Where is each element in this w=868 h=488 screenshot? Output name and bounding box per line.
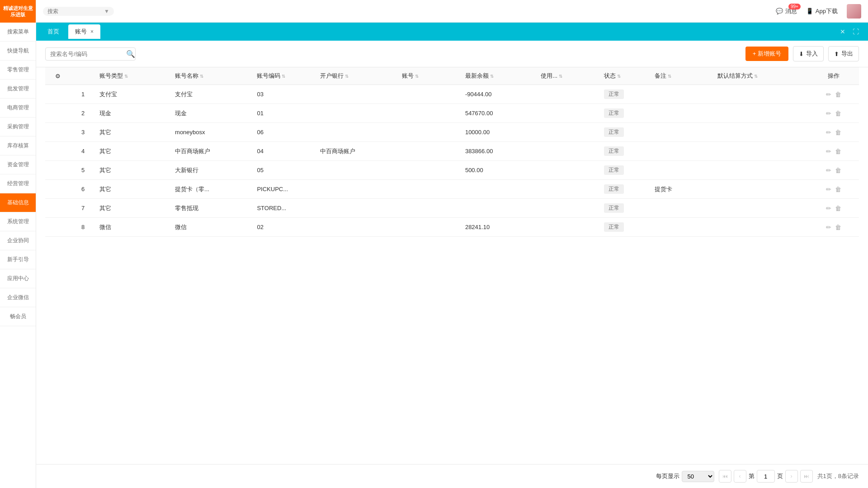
export-button[interactable]: ⬆ 导出: [828, 46, 859, 61]
message-button[interactable]: 💬 消息 99+: [776, 7, 797, 15]
delete-button[interactable]: 🗑: [835, 224, 841, 231]
edit-button[interactable]: ✏: [826, 167, 831, 174]
col-header-balance[interactable]: 最新余额⇅: [462, 67, 537, 85]
prev-page-button[interactable]: ‹: [734, 470, 746, 483]
header-search[interactable]: ▼: [43, 7, 114, 16]
col-header-status[interactable]: 状态⇅: [600, 67, 651, 85]
sidebar-item-inventory[interactable]: 库存核算: [0, 136, 36, 155]
sidebar-item-member[interactable]: 畅会员: [0, 307, 36, 326]
delete-button[interactable]: 🗑: [835, 186, 841, 193]
sidebar-item-ecommerce[interactable]: 电商管理: [0, 99, 36, 117]
row-account: [398, 104, 462, 123]
col-header-bank[interactable]: 开户银行⇅: [316, 67, 398, 85]
col-header-account[interactable]: 账号⇅: [398, 67, 462, 85]
search-icon[interactable]: 🔍: [126, 50, 135, 58]
sidebar-item-wholesale[interactable]: 批发管理: [0, 80, 36, 99]
edit-button[interactable]: ✏: [826, 224, 831, 231]
col-header-remark[interactable]: 备注⇅: [651, 67, 714, 85]
edit-button[interactable]: ✏: [826, 205, 831, 212]
delete-button[interactable]: 🗑: [835, 129, 841, 136]
sidebar-item-search-menu[interactable]: 搜索菜单: [0, 23, 36, 42]
row-bank: 中百商场账户: [316, 142, 398, 161]
maximize-window-icon[interactable]: ⛶: [850, 26, 861, 37]
tab-home[interactable]: 首页: [41, 24, 66, 39]
row-settings[interactable]: [45, 85, 71, 104]
edit-button[interactable]: ✏: [826, 129, 831, 136]
table-row: 6 其它 提货卡（零... PICKUPC... 正常 提货卡 ✏ 🗑: [45, 180, 859, 199]
page-size-selector[interactable]: 每页显示 50 100 200: [656, 471, 714, 482]
sidebar-item-system[interactable]: 系统管理: [0, 212, 36, 231]
per-page-label: 每页显示: [656, 472, 679, 480]
row-type: 其它: [96, 180, 171, 199]
row-action: ✏ 🗑: [808, 142, 859, 161]
sidebar-item-guide[interactable]: 新手引导: [0, 250, 36, 269]
row-settings[interactable]: [45, 180, 71, 199]
row-index: 7: [71, 199, 96, 218]
row-payment: [714, 104, 808, 123]
header-search-input[interactable]: [47, 8, 102, 14]
row-settings[interactable]: [45, 218, 71, 237]
user-avatar[interactable]: [847, 4, 861, 19]
col-header-payment[interactable]: 默认结算方式⇅: [714, 67, 808, 85]
row-payment: [714, 142, 808, 161]
page-number-input[interactable]: [757, 470, 775, 483]
row-payment: [714, 85, 808, 104]
import-button[interactable]: ⬇ 导入: [793, 46, 824, 61]
row-bank: [316, 104, 398, 123]
delete-button[interactable]: 🗑: [835, 167, 841, 174]
main-content: ▼ 💬 消息 99+ 📱 App下载 首页账号× ✕ ⛶: [36, 0, 868, 488]
delete-button[interactable]: 🗑: [835, 110, 841, 117]
last-page-button[interactable]: ⏭: [800, 470, 813, 483]
sidebar-item-finance[interactable]: 资金管理: [0, 155, 36, 174]
new-account-button[interactable]: + 新增账号: [745, 47, 788, 61]
next-page-button[interactable]: ›: [785, 470, 798, 483]
row-index: 2: [71, 104, 96, 123]
sidebar-item-operations[interactable]: 经营管理: [0, 174, 36, 193]
tab-close-accounts[interactable]: ×: [90, 28, 94, 35]
row-type: 其它: [96, 142, 171, 161]
sidebar-item-quick-nav[interactable]: 快捷导航: [0, 42, 36, 61]
row-balance: [462, 180, 537, 199]
col-header-type[interactable]: 账号类型⇅: [96, 67, 171, 85]
row-settings[interactable]: [45, 123, 71, 142]
edit-button[interactable]: ✏: [826, 148, 831, 155]
row-settings[interactable]: [45, 161, 71, 180]
row-settings[interactable]: [45, 104, 71, 123]
delete-button[interactable]: 🗑: [835, 91, 841, 98]
edit-button[interactable]: ✏: [826, 110, 831, 117]
sidebar-item-wechat[interactable]: 企业微信: [0, 288, 36, 307]
col-header-name[interactable]: 账号名称⇅: [171, 67, 253, 85]
sidebar-item-app-center[interactable]: 应用中心: [0, 269, 36, 288]
sidebar-item-basic-info[interactable]: 基础信息: [0, 193, 36, 212]
tab-accounts[interactable]: 账号×: [68, 24, 100, 39]
col-header-usage[interactable]: 使用...⇅: [537, 67, 600, 85]
row-status: 正常: [600, 180, 651, 199]
sidebar-item-enterprise[interactable]: 企业协同: [0, 231, 36, 250]
delete-button[interactable]: 🗑: [835, 148, 841, 155]
sidebar-item-retail[interactable]: 零售管理: [0, 61, 36, 80]
close-window-icon[interactable]: ✕: [837, 26, 848, 37]
row-code: 05: [253, 161, 316, 180]
row-account: [398, 85, 462, 104]
table-row: 4 其它 中百商场账户 04 中百商场账户 383866.00 正常 ✏ 🗑: [45, 142, 859, 161]
first-page-button[interactable]: ⏮: [719, 470, 731, 483]
app-download-label: App下载: [816, 7, 838, 15]
col-header-code[interactable]: 账号编码⇅: [253, 67, 316, 85]
row-settings[interactable]: [45, 142, 71, 161]
row-settings[interactable]: [45, 199, 71, 218]
edit-button[interactable]: ✏: [826, 186, 831, 193]
row-balance: -90444.00: [462, 85, 537, 104]
row-action: ✏ 🗑: [808, 123, 859, 142]
row-name: 大新银行: [171, 161, 253, 180]
row-balance: 383866.00: [462, 142, 537, 161]
edit-button[interactable]: ✏: [826, 91, 831, 98]
table-search-box[interactable]: 🔍: [45, 47, 136, 61]
delete-button[interactable]: 🗑: [835, 205, 841, 212]
table-search-input[interactable]: [50, 51, 123, 57]
app-download-button[interactable]: 📱 App下载: [806, 7, 838, 15]
col-header-settings[interactable]: ⚙: [45, 67, 71, 85]
row-usage: [537, 199, 600, 218]
table-row: 2 现金 现金 01 547670.00 正常 ✏ 🗑: [45, 104, 859, 123]
per-page-select[interactable]: 50 100 200: [682, 471, 714, 482]
sidebar-item-purchase[interactable]: 采购管理: [0, 117, 36, 136]
